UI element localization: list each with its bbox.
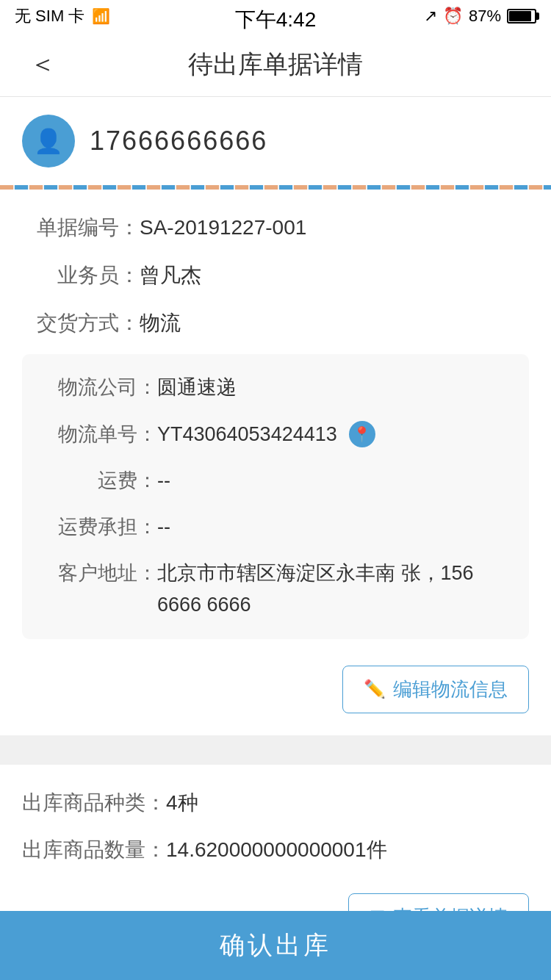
tracking-number-label: 物流单号： [40,419,157,450]
address-label: 客户地址： [40,558,157,589]
freight-bearer-row: 运费承担： -- [40,511,511,543]
document-number-row: 单据编号： SA-20191227-001 [22,212,529,245]
freight-value: -- [157,465,511,497]
track-location-icon[interactable]: 📍 [349,421,375,447]
item-quantity-value: 14.620000000000001件 [166,834,529,867]
customer-phone: 17666666666 [90,126,267,156]
back-button[interactable]: ＜ [22,39,63,90]
carrier-label: 无 SIM 卡 [15,5,84,27]
item-types-label: 出库商品种类： [22,787,166,820]
avatar: 👤 [22,115,75,167]
status-time: 下午4:42 [235,6,317,34]
logistics-company-value: 圆通速递 [157,372,511,403]
wifi-icon: 📶 [92,7,110,25]
item-quantity-label: 出库商品数量： [22,834,166,867]
edit-logistics-label: 编辑物流信息 [393,677,508,702]
order-info-section: 单据编号： SA-20191227-001 业务员： 曾凡杰 交货方式： 物流 … [0,190,551,735]
status-bar: 无 SIM 卡 📶 下午4:42 ↗ ⏰ 87% [0,0,551,32]
edit-icon: ✏️ [364,679,386,699]
freight-row: 运费： -- [40,465,511,497]
battery-icon [507,9,536,24]
salesperson-label: 业务员： [22,259,140,292]
battery-percent: 87% [469,7,501,26]
tracking-number-row: 物流单号： YT43064053424413 📍 [40,419,511,450]
delivery-method-row: 交货方式： 物流 [22,307,529,340]
salesperson-value: 曾凡杰 [140,259,529,292]
logistics-card: 物流公司： 圆通速递 物流单号： YT43064053424413 📍 运费： … [22,354,529,638]
bottom-action-bar: 确认出库 [0,911,551,980]
document-number-value: SA-20191227-001 [140,212,529,245]
logistics-company-row: 物流公司： 圆通速递 [40,372,511,403]
edit-logistics-btn-row: ✏️ 编辑物流信息 [22,654,529,713]
status-left: 无 SIM 卡 📶 [15,5,110,27]
item-types-value: 4种 [166,787,529,820]
freight-label: 运费： [40,465,157,497]
address-value: 北京市市辖区海淀区永丰南 张，156 6666 6666 [157,558,511,621]
customer-header: 👤 17666666666 [0,97,551,185]
delivery-method-label: 交货方式： [22,307,140,340]
item-quantity-row: 出库商品数量： 14.620000000000001件 [22,834,529,867]
avatar-icon: 👤 [34,127,63,155]
section-separator-1 [0,750,551,765]
salesperson-row: 业务员： 曾凡杰 [22,259,529,292]
nav-bar: ＜ 待出库单据详情 [0,32,551,97]
logistics-company-label: 物流公司： [40,372,157,403]
address-row: 客户地址： 北京市市辖区海淀区永丰南 张，156 6666 6666 [40,558,511,621]
tracking-number-value: YT43064053424413 📍 [157,419,511,450]
location-status-icon: ↗ [424,7,437,26]
delivery-method-value: 物流 [140,307,529,340]
page-title: 待出库单据详情 [188,48,363,82]
freight-bearer-label: 运费承担： [40,511,157,543]
confirm-outbound-button[interactable]: 确认出库 [0,929,551,962]
status-right: ↗ ⏰ 87% [424,7,536,26]
document-number-label: 单据编号： [22,212,140,245]
freight-bearer-value: -- [157,511,511,543]
item-types-row: 出库商品种类： 4种 [22,787,529,820]
edit-logistics-button[interactable]: ✏️ 编辑物流信息 [342,666,529,713]
alarm-icon: ⏰ [443,7,463,26]
